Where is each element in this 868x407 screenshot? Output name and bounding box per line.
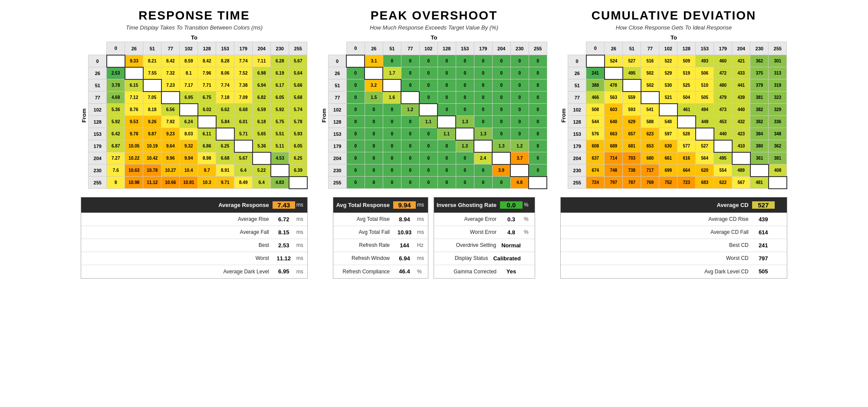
table-cell: 0 xyxy=(401,116,419,128)
table-cell: 608 xyxy=(586,140,605,152)
row-header: 51 xyxy=(568,79,586,92)
table-cell: 7.27 xyxy=(107,152,125,164)
table-cell: 6.82 xyxy=(253,92,271,104)
row-header: 102 xyxy=(328,104,346,116)
table-cell: 661 xyxy=(659,152,677,164)
table-cell: 630 xyxy=(659,140,677,152)
row-header: 26 xyxy=(568,67,586,79)
table-cell: 0 xyxy=(492,67,510,79)
stats-row: Display StatusCalibrated xyxy=(434,252,535,265)
table-cell: 0 xyxy=(437,152,456,164)
rt-stats-box: Average Response7.43msAverage Rise6.72ms… xyxy=(81,197,308,279)
stats-value: 8.15 xyxy=(273,229,295,236)
table-cell xyxy=(714,140,732,152)
stats-value: 241 xyxy=(752,242,775,249)
row-header: 77 xyxy=(568,92,586,104)
table-cell: 6.98 xyxy=(253,67,271,79)
table-cell: 9.33 xyxy=(125,55,143,67)
stats-box: Avg Total Response9.94msAvg Total Rise8.… xyxy=(333,197,428,279)
table-cell: 9.26 xyxy=(143,116,161,128)
table-cell: 7.74 xyxy=(216,79,234,92)
table-cell: 0 xyxy=(346,79,365,92)
table-cell: 0 xyxy=(456,79,474,92)
table-cell: 0 xyxy=(437,177,456,189)
table-cell: 6.01 xyxy=(234,116,253,128)
table-cell: 5.66 xyxy=(289,79,307,92)
stats-label: Inverse Ghosting Rate xyxy=(434,202,500,208)
stats-unit: ms xyxy=(416,202,428,208)
table-cell: 0 xyxy=(492,128,510,140)
table-cell: 439 xyxy=(732,92,750,104)
stats-row: Best CD241 xyxy=(561,239,787,252)
stats-label: Avg Dark Level CD xyxy=(561,269,752,275)
table-cell: 0 xyxy=(365,104,383,116)
row-header: 179 xyxy=(89,140,107,152)
table-cell: 9.32 xyxy=(180,140,198,152)
table-cell: 0 xyxy=(437,79,456,92)
table-cell: 0 xyxy=(456,55,474,67)
stats-label: Average Error xyxy=(434,216,500,222)
table-cell: 0 xyxy=(437,164,456,177)
table-cell: 0 xyxy=(529,104,547,116)
stats-label: Avg Total Response xyxy=(333,202,393,208)
row-header: 0 xyxy=(328,55,346,67)
stats-row: Refresh Rate144Hz xyxy=(333,239,428,252)
stats-value: 0.0 xyxy=(500,201,523,209)
table-cell: 0 xyxy=(365,116,383,128)
table-cell: 504 xyxy=(677,92,696,104)
table-cell: 0 xyxy=(419,67,437,79)
table-cell: 0 xyxy=(437,55,456,67)
stats-label: Refresh Compliance xyxy=(333,269,393,275)
table-cell: 6.4 xyxy=(234,164,253,177)
table-cell: 0 xyxy=(346,104,365,116)
row-header: 153 xyxy=(568,128,586,140)
table-cell: 0 xyxy=(529,152,547,164)
table-cell: 510 xyxy=(696,79,714,92)
table-cell: 0 xyxy=(383,164,401,177)
cd-title: CUMULATIVE DEVIATION xyxy=(592,9,756,23)
stats-value: 10.93 xyxy=(393,229,416,236)
table-cell: 6.4 xyxy=(253,177,271,189)
table-cell: 0 xyxy=(474,79,492,92)
table-cell: 3.2 xyxy=(365,79,383,92)
table-cell: 548 xyxy=(659,116,677,128)
table-cell: 384 xyxy=(750,128,769,140)
table-cell: 6.87 xyxy=(107,140,125,152)
table-cell: 6.56 xyxy=(161,104,180,116)
cd-stats-box: Average CD527Average CD Rise439Average C… xyxy=(560,197,787,279)
table-cell: 1.6 xyxy=(383,92,401,104)
table-cell: 3.78 xyxy=(107,79,125,92)
col-header: 0 xyxy=(586,42,605,55)
empty-header xyxy=(89,42,107,55)
table-cell: 0 xyxy=(529,164,547,177)
table-cell: 8 xyxy=(107,177,125,189)
col-header: 102 xyxy=(659,42,677,55)
table-cell xyxy=(365,67,383,79)
table-cell: 361 xyxy=(750,152,769,164)
row-header: 26 xyxy=(328,67,346,79)
table-cell: 7.52 xyxy=(234,67,253,79)
row-header: 255 xyxy=(568,177,586,189)
col-header: 102 xyxy=(419,42,437,55)
stats-unit: ms xyxy=(295,255,307,261)
table-cell: 4.8 xyxy=(510,177,529,189)
table-cell: 769 xyxy=(641,177,659,189)
table-cell: 6.18 xyxy=(253,116,271,128)
table-cell: 0 xyxy=(437,104,456,116)
table-cell: 241 xyxy=(586,67,605,79)
table-cell: 0 xyxy=(437,92,456,104)
table-cell: 7.23 xyxy=(161,79,180,92)
table-cell: 7.32 xyxy=(161,67,180,79)
table-cell: 348 xyxy=(769,128,787,140)
stats-value: Normal xyxy=(500,242,523,249)
stats-label: Overdrive Setting xyxy=(434,242,500,248)
col-header: 255 xyxy=(529,42,547,55)
col-header: 77 xyxy=(161,42,180,55)
table-cell: 9.64 xyxy=(161,140,180,152)
table-cell: 653 xyxy=(641,140,659,152)
stats-value: 11.12 xyxy=(273,255,295,262)
table-cell: 5.67 xyxy=(234,152,253,164)
table-cell: 432 xyxy=(732,116,750,128)
table-cell: 494 xyxy=(696,104,714,116)
table-cell: 6.19 xyxy=(271,67,289,79)
